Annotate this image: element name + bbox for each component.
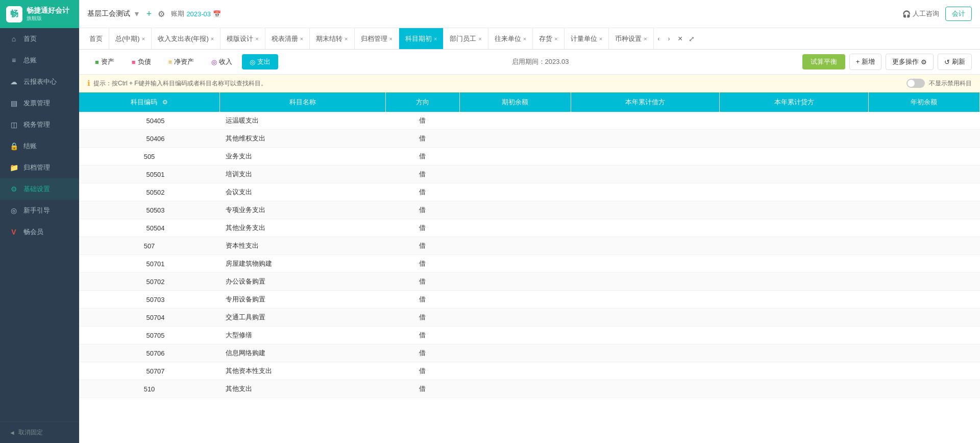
tab-next-btn[interactable]: › [664, 28, 674, 50]
sidebar-item-cloud[interactable]: ☁ 云报表中心 [0, 71, 79, 92]
tab-home[interactable]: 首页 [83, 28, 109, 50]
sidebar-item-archive[interactable]: 📁 归档管理 [0, 157, 79, 178]
cell-name: 其他业务支出 [219, 219, 386, 237]
add-btn[interactable]: + 新增 [849, 54, 881, 70]
cell-opening [459, 148, 571, 166]
balance-btn[interactable]: 试算平衡 [802, 54, 845, 69]
cat-tab-expense[interactable]: ◎ 支出 [242, 54, 278, 69]
settings-icon[interactable]: ⚙ [162, 99, 168, 106]
cell-direction: 借 [386, 291, 459, 309]
tab-archive[interactable]: 归档管理 × [355, 28, 399, 50]
table-row[interactable]: 50406其他维权支出借 [79, 130, 980, 148]
table-row[interactable]: 50504其他业务支出借 [79, 219, 980, 237]
sidebar-collapse-btn[interactable]: ◄ 取消固定 [0, 422, 79, 443]
tab-close-icon[interactable]: × [389, 36, 393, 42]
disable-toggle[interactable] [906, 79, 925, 88]
collapse-label: 取消固定 [18, 428, 43, 437]
sidebar-item-ledger[interactable]: ≡ 总账 [0, 50, 79, 71]
sidebar-item-label: 畅会员 [23, 227, 43, 237]
tab-close-icon[interactable]: × [211, 36, 214, 42]
table-row[interactable]: 50704交通工具购置借 [79, 309, 980, 327]
member-icon: V [9, 228, 18, 236]
cat-tab-net-asset[interactable]: ≡ 净资产 [161, 54, 202, 69]
table-row[interactable]: 50705大型修缮借 [79, 327, 980, 344]
cell-direction: 借 [386, 344, 459, 362]
cat-tab-label: 支出 [257, 57, 271, 66]
tab-close-icon[interactable]: × [478, 36, 481, 42]
tab-close-icon[interactable]: × [434, 36, 437, 42]
tab-close-icon[interactable]: × [554, 36, 557, 42]
table-row[interactable]: 50701房屋建筑物购建借 [79, 255, 980, 273]
cat-tab-liability[interactable]: ■ 负债 [124, 54, 159, 69]
refresh-btn[interactable]: ↺ 刷新 [938, 54, 972, 70]
tab-subject-opening[interactable]: 科目期初 × [399, 28, 444, 50]
cat-tab-label: 负债 [138, 57, 151, 66]
cell-ytd-credit [720, 362, 869, 380]
table-row[interactable]: 50703专用设备购置借 [79, 291, 980, 309]
table-row[interactable]: 50706信息网络购建借 [79, 344, 980, 362]
cell-year-opening [868, 201, 979, 219]
tab-interim[interactable]: 总(中期) × [109, 28, 152, 50]
tab-expand-btn[interactable]: ⤢ [687, 28, 697, 50]
tab-tax-list[interactable]: 税表清册 × [265, 28, 310, 50]
table-row[interactable]: 507资本性支出借 [79, 237, 980, 255]
user-role-btn[interactable]: 会计 [945, 7, 972, 21]
sidebar-item-guide[interactable]: ◎ 新手引导 [0, 200, 79, 221]
table-row[interactable]: 50707其他资本性支出借 [79, 362, 980, 380]
tab-unit[interactable]: 计量单位 × [565, 28, 609, 50]
tab-inventory[interactable]: 存货 × [533, 28, 564, 50]
table-row[interactable]: 50502会议支出借 [79, 183, 980, 201]
col-year-opening: 年初余额 [868, 92, 979, 112]
tab-annual[interactable]: 收入支出表(年报) × [152, 28, 220, 50]
tab-close-all-btn[interactable]: × [674, 28, 687, 50]
cell-ytd-debit [571, 380, 720, 398]
table-row[interactable]: 50405运温暖支出借 [79, 112, 980, 130]
tab-close-icon[interactable]: × [523, 36, 526, 42]
tab-close-icon[interactable]: × [142, 36, 145, 42]
tab-currency[interactable]: 币种设置 × [609, 28, 653, 50]
cell-year-opening [868, 112, 979, 130]
cell-opening [459, 327, 571, 344]
home-icon: ⌂ [9, 35, 18, 43]
sidebar-item-invoice[interactable]: ▤ 发票管理 [0, 92, 79, 114]
cell-direction: 借 [386, 219, 459, 237]
tab-close-icon[interactable]: × [255, 36, 258, 42]
cell-ytd-debit [571, 112, 720, 130]
cell-ytd-debit [571, 219, 720, 237]
cell-name: 运温暖支出 [219, 112, 386, 130]
sidebar-item-home[interactable]: ⌂ 首页 [0, 28, 79, 50]
sidebar-item-close-accounts[interactable]: 🔒 结账 [0, 135, 79, 157]
tab-prev-btn[interactable]: ‹ [654, 28, 664, 50]
tab-close-icon[interactable]: × [599, 36, 602, 42]
cat-tab-income[interactable]: ◎ 收入 [204, 54, 240, 69]
service-btn[interactable]: 🎧 人工咨询 [902, 9, 939, 18]
table-row[interactable]: 50501培训支出借 [79, 166, 980, 183]
tab-template[interactable]: 模版设计 × [220, 28, 265, 50]
cell-ytd-credit [720, 130, 869, 148]
sidebar-item-member[interactable]: V 畅会员 [0, 221, 79, 243]
tab-close-icon[interactable]: × [644, 36, 647, 42]
tab-label: 收入支出表(年报) [158, 34, 209, 43]
tab-close-icon[interactable]: × [300, 36, 303, 42]
company-selector[interactable]: 基层工会测试 ▼ [87, 9, 140, 18]
col-name: 科目名称 [219, 92, 386, 112]
more-btn[interactable]: 更多操作 ⚙ [886, 54, 934, 70]
sidebar-item-tax[interactable]: ◫ 税务管理 [0, 114, 79, 135]
tab-counterparty[interactable]: 往来单位 × [488, 28, 533, 50]
calendar-icon[interactable]: 📅 [213, 10, 221, 18]
table-row[interactable]: 50702办公设备购置借 [79, 273, 980, 291]
income-icon: ◎ [211, 58, 217, 66]
tab-label: 往来单位 [495, 34, 521, 43]
tab-dept-staff[interactable]: 部门员工 × [444, 28, 488, 50]
tab-period-end[interactable]: 期末结转 × [310, 28, 354, 50]
sidebar-item-settings[interactable]: ⚙ 基础设置 [0, 178, 79, 200]
tab-close-icon[interactable]: × [345, 36, 348, 42]
table-row[interactable]: 510其他支出借 [79, 380, 980, 398]
add-company-btn[interactable]: + [146, 9, 152, 19]
settings-btn[interactable]: ⚙ [158, 9, 165, 19]
sidebar-nav: ⌂ 首页 ≡ 总账 ☁ 云报表中心 ▤ 发票管理 ◫ 税务管理 🔒 结账 📁 归… [0, 28, 79, 422]
table-row[interactable]: 50503专项业务支出借 [79, 201, 980, 219]
table-row[interactable]: 505业务支出借 [79, 148, 980, 166]
cell-year-opening [868, 183, 979, 201]
cat-tab-asset[interactable]: ■ 资产 [87, 54, 122, 69]
